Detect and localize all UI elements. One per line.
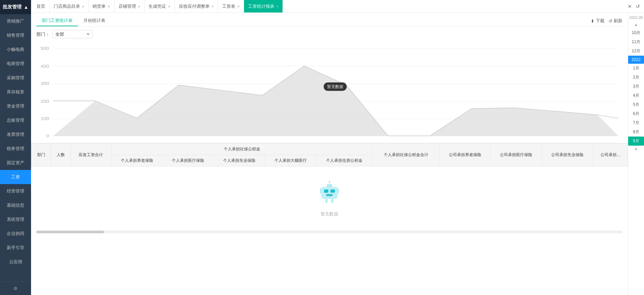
tab-label-store-mgmt: 店铺管理 <box>118 3 136 9</box>
tab-close-voucher[interactable]: × <box>168 4 170 8</box>
refresh-button[interactable]: ↺ 刷新 <box>609 18 622 24</box>
sidebar-item-xiaoshou[interactable]: 销售管理 <box>0 28 31 42</box>
tab-label-store-catalog: 门店商品目录 <box>54 3 80 9</box>
cal-month-6[interactable]: 6月 <box>628 109 644 118</box>
sidebar-header[interactable]: 批发管理 ▲ <box>0 0 31 14</box>
cal-year-2022[interactable]: 2022 <box>628 56 644 64</box>
tab-label-payroll-report: 工资统计报表 <box>248 3 274 9</box>
tab-label-home: 首页 <box>36 3 45 9</box>
tab-close-payroll-report[interactable]: × <box>276 4 278 8</box>
cal-month-10[interactable]: 10月 <box>628 28 644 37</box>
tab-close-payroll[interactable]: × <box>237 4 239 8</box>
gear-icon: ⚙ <box>14 286 18 291</box>
svg-text:0: 0 <box>46 133 49 138</box>
col-personal-total: 个人承担社保公积金合计 <box>373 144 439 167</box>
refresh-all-button[interactable]: ↺ <box>635 3 641 10</box>
cal-month-1[interactable]: 1月 <box>628 64 644 73</box>
sidebar-item-caigou[interactable]: 采购管理 <box>0 71 31 85</box>
settings-button[interactable]: ⚙ <box>0 282 31 295</box>
dept-filter-select[interactable]: 全部 部门1 部门2 <box>52 30 93 38</box>
sidebar-item-gongzi[interactable]: 工资 <box>0 170 31 184</box>
empty-message: 暂无数据 <box>321 211 338 217</box>
sidebar-item-yingxiao[interactable]: 营销推广 <box>0 14 31 28</box>
cal-month-4[interactable]: 4月 <box>628 91 644 100</box>
tab-store-mgmt[interactable]: 店铺管理× <box>114 0 144 12</box>
download-button[interactable]: ⬇ 下载 <box>591 18 605 24</box>
col-company-pension: 公司承担养老保险 <box>439 144 491 167</box>
sub-tab-dept-stats[interactable]: 部门工资统计表 <box>36 16 78 26</box>
h-scrollbar-thumb[interactable] <box>36 231 104 233</box>
sidebar-item-jingying[interactable]: 经营管理 <box>0 184 31 198</box>
refresh-icon: ↺ <box>609 19 612 24</box>
tab-payroll[interactable]: 工资表× <box>218 0 244 12</box>
dept-filter-label: 部门： <box>36 31 50 37</box>
h-scrollbar[interactable] <box>36 231 622 233</box>
tab-close-sales-order[interactable]: × <box>108 4 110 8</box>
col-dept: 部门 <box>31 144 51 167</box>
cal-month-12[interactable]: 12月 <box>628 47 644 56</box>
tab-sales-order[interactable]: 销货单× <box>88 0 114 12</box>
sidebar-item-kucun[interactable]: 库存核算 <box>0 85 31 99</box>
svg-rect-16 <box>326 194 332 196</box>
cal-month-2[interactable]: 2月 <box>628 73 644 82</box>
chart-container: 500 400 300 200 100 0 <box>36 45 622 140</box>
col-personal-medical: 个人承担医疗保险 <box>162 155 214 167</box>
sidebar-item-xinshou[interactable]: 新手引导 <box>0 241 31 255</box>
content-area: 部门工资统计表月份统计表 ⬇ 下载 ↺ 刷新 部门： 全部 部 <box>31 13 644 295</box>
sub-tab-month-stats[interactable]: 月份统计表 <box>78 16 111 26</box>
col-total-wage: 应发工资合计 <box>71 144 111 167</box>
sidebar-item-shuiwu[interactable]: 税务管理 <box>0 142 31 156</box>
tab-label-voucher: 生成凭证 <box>149 3 166 9</box>
cal-nav-down[interactable]: ▼ <box>628 146 644 153</box>
sidebar-item-xitong[interactable]: 系统管理 <box>0 212 31 227</box>
tab-close-store-catalog[interactable]: × <box>82 4 84 8</box>
tab-close-store-mgmt[interactable]: × <box>138 4 140 8</box>
col-count: 人数 <box>51 144 71 167</box>
close-all-button[interactable]: ✕ <box>626 3 633 10</box>
table-section[interactable]: 部门 人数 应发工资合计 个人承担社保公积金 个人承担社保公积金合计 公司承担养… <box>31 143 628 295</box>
svg-rect-20 <box>331 199 333 203</box>
cal-month-8[interactable]: 8月 <box>628 127 644 137</box>
sidebar-item-xiaodian[interactable]: 小畅电商 <box>0 42 31 57</box>
cal-month-5[interactable]: 5月 <box>628 100 644 109</box>
cal-month-7[interactable]: 7月 <box>628 118 644 127</box>
sidebar-item-jichu[interactable]: 基础信息 <box>0 198 31 212</box>
col-company-medical: 公司承担医疗保险 <box>491 144 542 167</box>
col-company-unemp: 公司承担失业保险 <box>542 144 593 167</box>
calendar-panel: 2022.09 ▲ 10月 11月 12月 2022 1月 2月 3月 4月 5… <box>628 13 644 295</box>
svg-marker-12 <box>53 66 618 136</box>
tab-label-receivable: 应收应付调整单 <box>179 3 210 9</box>
empty-state: 暂无数据 <box>31 167 628 231</box>
tab-receivable[interactable]: 应收应付调整单× <box>175 0 218 12</box>
tab-voucher[interactable]: 生成凭证× <box>144 0 175 12</box>
sidebar-item-zijin[interactable]: 资金管理 <box>0 99 31 113</box>
svg-text:100: 100 <box>41 116 49 121</box>
tab-store-catalog[interactable]: 门店商品目录× <box>50 0 88 12</box>
download-icon: ⬇ <box>591 19 594 24</box>
cal-month-9[interactable]: 9月 <box>628 137 644 146</box>
tab-payroll-report[interactable]: 工资统计报表× <box>244 0 283 12</box>
sidebar-item-yun[interactable]: 云应用 <box>0 255 31 269</box>
main-area: 首页门店商品目录×销货单×店铺管理×生成凭证×应收应付调整单×工资表×工资统计报… <box>31 0 644 295</box>
svg-text:500: 500 <box>41 46 49 51</box>
cal-month-3[interactable]: 3月 <box>628 82 644 91</box>
empty-icon <box>316 180 343 207</box>
sub-tabs: 部门工资统计表月份统计表 ⬇ 下载 ↺ 刷新 <box>31 13 628 27</box>
data-table: 部门 人数 应发工资合计 个人承担社保公积金 个人承担社保公积金合计 公司承担养… <box>31 143 628 167</box>
sidebar-item-qiye[interactable]: 企业协同 <box>0 227 31 241</box>
cal-year-label: 2022.09 <box>628 14 644 21</box>
svg-rect-15 <box>330 189 335 193</box>
sidebar-item-gudingzichan[interactable]: 固定资产 <box>0 156 31 170</box>
sidebar-item-zhangzhang[interactable]: 总账管理 <box>0 113 31 127</box>
tab-label-sales-order: 销货单 <box>92 3 106 9</box>
svg-rect-21 <box>327 184 332 187</box>
tab-home[interactable]: 首页 <box>32 0 50 12</box>
cal-nav-up[interactable]: ▲ <box>628 21 644 28</box>
cal-month-11[interactable]: 11月 <box>628 37 644 47</box>
tab-label-payroll: 工资表 <box>222 3 235 9</box>
sidebar-arrow: ▲ <box>24 4 28 10</box>
sidebar-item-fapiao[interactable]: 发票管理 <box>0 127 31 142</box>
sidebar-item-dianshang[interactable]: 电商管理 <box>0 57 31 71</box>
tab-close-receivable[interactable]: × <box>212 4 214 8</box>
tab-bar: 首页门店商品目录×销货单×店铺管理×生成凭证×应收应付调整单×工资表×工资统计报… <box>31 0 644 13</box>
